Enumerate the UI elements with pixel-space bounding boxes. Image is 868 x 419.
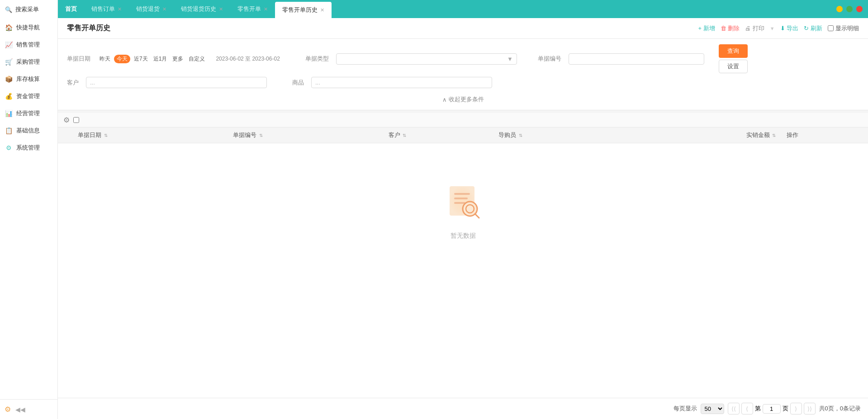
tab-sales-return-label: 销货退货 bbox=[136, 5, 160, 13]
customer-ellipsis: ... bbox=[90, 79, 95, 86]
sidebar-item-basic-info[interactable]: 📋 基础信息 bbox=[0, 122, 57, 139]
tab-sales-return-history[interactable]: 销货退货历史 ✕ bbox=[174, 0, 230, 18]
date-btn-7days[interactable]: 近7天 bbox=[132, 55, 150, 63]
sidebar-item-sales-mgmt[interactable]: 📈 销售管理 bbox=[0, 36, 57, 53]
sidebar-item-label: 经营管理 bbox=[16, 109, 40, 118]
sidebar-search[interactable]: 🔍 搜索采单 bbox=[0, 0, 57, 19]
page-input[interactable] bbox=[763, 404, 781, 414]
tab-retail-open-label: 零售开单 bbox=[237, 5, 261, 13]
settings-icon[interactable]: ⚙ bbox=[5, 405, 11, 414]
collapse-label: 收起更多条件 bbox=[449, 95, 484, 104]
tab-retail-open[interactable]: 零售开单 ✕ bbox=[230, 0, 275, 18]
filter-row-1: 单据日期 昨天 今天 近7天 近1月 更多 自定义 2023-06-02 至 2… bbox=[67, 44, 859, 73]
window-close[interactable] bbox=[856, 6, 863, 12]
th-customer[interactable]: 客户 ⇅ bbox=[383, 127, 493, 143]
th-guide[interactable]: 导购员 ⇅ bbox=[493, 127, 626, 143]
search-icon: 🔍 bbox=[5, 5, 13, 14]
ops-icon: 📊 bbox=[5, 109, 13, 118]
inventory-icon: 📦 bbox=[5, 75, 13, 83]
refresh-button[interactable]: ↻ 刷新 bbox=[804, 24, 822, 33]
show-detail-label: 显示明细 bbox=[835, 24, 859, 33]
sidebar-item-label: 基础信息 bbox=[16, 127, 40, 135]
sidebar-search-label: 搜索采单 bbox=[15, 5, 39, 14]
table-container: 单据日期 ⇅ 单据编号 ⇅ 客户 ⇅ bbox=[58, 127, 868, 398]
date-btn-today[interactable]: 今天 bbox=[114, 55, 130, 63]
collapse-icon: ∧ bbox=[442, 96, 447, 103]
next-page-btn[interactable]: ⟩ bbox=[790, 403, 802, 414]
goods-filter-select[interactable]: ... bbox=[311, 77, 492, 88]
purchase-icon: 🛒 bbox=[5, 58, 13, 66]
sidebar: 🔍 搜索采单 🏠 快捷导航 📈 销售管理 🛒 采购管理 📦 库存核算 💰 资金管… bbox=[0, 0, 58, 419]
per-page-label: 每页显示 bbox=[674, 405, 697, 413]
th-date[interactable]: 单据日期 ⇅ bbox=[72, 127, 228, 143]
sidebar-item-finance[interactable]: 💰 资金管理 bbox=[0, 88, 57, 105]
table-settings-icon[interactable]: ⚙ bbox=[63, 116, 70, 124]
date-btn-more[interactable]: 更多 bbox=[171, 55, 185, 63]
settings-button[interactable]: 设置 bbox=[719, 60, 748, 73]
date-btn-1month[interactable]: 近1月 bbox=[152, 55, 169, 63]
sidebar-item-quick-nav[interactable]: 🏠 快捷导航 bbox=[0, 19, 57, 36]
th-operation: 操作 bbox=[781, 127, 868, 143]
sidebar-item-inventory[interactable]: 📦 库存核算 bbox=[0, 71, 57, 88]
tab-retail-open-history-close[interactable]: ✕ bbox=[320, 7, 324, 13]
tab-sales-return-history-close[interactable]: ✕ bbox=[219, 6, 223, 12]
basic-info-icon: 📋 bbox=[5, 127, 13, 135]
finance-icon: 💰 bbox=[5, 92, 13, 100]
query-button[interactable]: 查询 bbox=[719, 44, 748, 58]
tab-sales-order-close[interactable]: ✕ bbox=[118, 6, 122, 12]
date-btn-custom[interactable]: 自定义 bbox=[187, 55, 207, 63]
collapse-icon[interactable]: ◀◀ bbox=[15, 406, 25, 413]
show-detail-checkbox[interactable] bbox=[828, 25, 834, 31]
sidebar-item-purchase-mgmt[interactable]: 🛒 采购管理 bbox=[0, 53, 57, 71]
collapse-row: ∧ 收起更多条件 bbox=[67, 92, 859, 106]
window-minimize[interactable] bbox=[836, 6, 843, 12]
svg-line-6 bbox=[475, 214, 479, 218]
date-btn-yesterday[interactable]: 昨天 bbox=[98, 55, 112, 63]
tab-home[interactable]: 首页 bbox=[58, 0, 84, 18]
tab-retail-open-close[interactable]: ✕ bbox=[264, 6, 268, 12]
th-checkbox bbox=[58, 127, 72, 143]
svg-rect-1 bbox=[454, 193, 470, 195]
number-filter-input[interactable] bbox=[569, 53, 704, 65]
tab-sales-order[interactable]: 销售订单 ✕ bbox=[84, 0, 129, 18]
delete-button[interactable]: 🗑 删除 bbox=[721, 24, 740, 33]
sidebar-item-label: 销售管理 bbox=[16, 41, 40, 49]
last-page-btn[interactable]: ⟩⟩ bbox=[804, 403, 816, 414]
select-all-checkbox[interactable] bbox=[73, 117, 79, 123]
th-number[interactable]: 单据编号 ⇅ bbox=[228, 127, 383, 143]
customer-filter-select[interactable]: ... bbox=[86, 77, 267, 88]
tab-retail-open-history[interactable]: 零售开单历史 ✕ bbox=[275, 2, 332, 18]
show-detail-checkbox-area: 显示明细 bbox=[828, 24, 859, 33]
sidebar-item-label: 系统管理 bbox=[16, 144, 40, 152]
goods-filter-label: 商品 bbox=[292, 79, 304, 87]
export-button[interactable]: ⬇ 导出 bbox=[780, 24, 799, 33]
sidebar-item-sys-mgmt[interactable]: ⚙ 系统管理 bbox=[0, 139, 57, 156]
first-page-btn[interactable]: ⟨⟨ bbox=[728, 403, 740, 414]
svg-rect-2 bbox=[454, 198, 468, 199]
empty-icon bbox=[441, 179, 486, 225]
tab-sales-return-close[interactable]: ✕ bbox=[162, 6, 166, 12]
print-button[interactable]: 🖨 打印 bbox=[745, 24, 764, 33]
sidebar-item-ops-mgmt[interactable]: 📊 经营管理 bbox=[0, 105, 57, 122]
window-maximize[interactable] bbox=[846, 6, 853, 12]
sys-icon: ⚙ bbox=[5, 144, 13, 152]
date-filter-label: 单据日期 bbox=[67, 55, 90, 63]
tab-sales-return[interactable]: 销货退货 ✕ bbox=[129, 0, 174, 18]
print-arrow[interactable]: ▼ bbox=[770, 26, 775, 31]
customer-filter-label: 客户 bbox=[67, 79, 79, 87]
sidebar-item-label: 采购管理 bbox=[16, 58, 40, 66]
th-amount[interactable]: 实销金额 ⇅ bbox=[626, 127, 781, 143]
prev-page-btn[interactable]: ⟨ bbox=[741, 403, 753, 414]
page-header: 零售开单历史 + 新增 🗑 删除 🖨 打印 ▼ ⬇ 导出 ↻ 刷新 显示明细 bbox=[58, 18, 868, 39]
sidebar-bottom: ⚙ ◀◀ bbox=[0, 399, 57, 419]
sort-customer-icon: ⇅ bbox=[403, 133, 406, 138]
collapse-button[interactable]: ∧ 收起更多条件 bbox=[442, 94, 484, 105]
tab-sales-order-label: 销售订单 bbox=[91, 5, 115, 13]
page-title: 零售开单历史 bbox=[67, 24, 110, 33]
type-filter-select[interactable]: ▼ bbox=[336, 53, 517, 65]
tab-sales-return-history-label: 销货退货历史 bbox=[181, 5, 216, 13]
date-filter-buttons: 昨天 今天 近7天 近1月 更多 自定义 bbox=[98, 55, 207, 63]
type-select-arrow: ▼ bbox=[507, 56, 513, 62]
add-button[interactable]: + 新增 bbox=[698, 24, 715, 33]
per-page-select[interactable]: 50 100 200 bbox=[701, 404, 724, 414]
